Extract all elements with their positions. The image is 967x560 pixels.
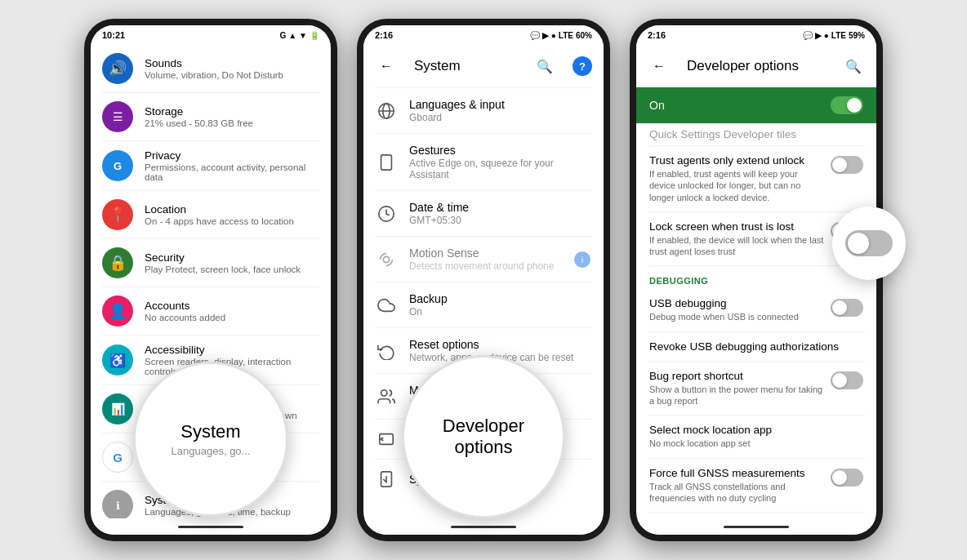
dev-item-trust-agents[interactable]: Trust agents only extend unlock If enabl… bbox=[636, 146, 876, 211]
help-button-2[interactable]: ? bbox=[573, 56, 592, 76]
accessibility-title: Accessibility bbox=[145, 344, 319, 356]
phone-2: 2:16 💬 ▶ ● LTE 60% ← System 🔍 ? bbox=[357, 19, 610, 541]
phone-3: 2:16 💬 ▶ ● LTE 59% ← Developer options 🔍… bbox=[630, 19, 883, 541]
location-title: Location bbox=[145, 203, 319, 216]
search-button-2[interactable]: 🔍 bbox=[533, 55, 556, 78]
back-button-3[interactable]: ← bbox=[648, 55, 671, 78]
dev-on-toggle[interactable] bbox=[831, 96, 863, 114]
dev-item-gnss[interactable]: Force full GNSS measurements Track all G… bbox=[636, 459, 876, 513]
bug-report-toggle[interactable] bbox=[831, 371, 863, 389]
security-title: Security bbox=[145, 251, 319, 264]
sounds-icon: 🔊 bbox=[102, 53, 133, 84]
developer-icon bbox=[377, 429, 396, 449]
system-item-languages[interactable]: Languages & input Gboard bbox=[363, 88, 604, 133]
trust-agents-text: Trust agents only extend unlock If enabl… bbox=[649, 154, 824, 203]
bug-report-knob bbox=[832, 373, 847, 388]
dev-item-quick-settings: Quick Settings Developer tiles bbox=[636, 123, 876, 145]
revoke-usb-text: Revoke USB debugging authorizations bbox=[649, 340, 863, 353]
dev-item-view-attr[interactable]: Enable view attribute inspection bbox=[636, 513, 876, 518]
big-toggle-switch[interactable] bbox=[845, 230, 893, 256]
cloud-icon bbox=[377, 296, 396, 315]
gnss-knob bbox=[832, 470, 847, 485]
mock-location-text: Select mock location app No mock locatio… bbox=[649, 424, 863, 449]
dev-item-revoke-usb[interactable]: Revoke USB debugging authorizations bbox=[636, 332, 876, 361]
status-icons-2: 💬 ▶ ● LTE 60% bbox=[530, 31, 592, 40]
privacy-title: Privacy bbox=[145, 149, 319, 162]
dev-options-list[interactable]: Quick Settings Developer tiles Trust age… bbox=[636, 123, 876, 518]
privacy-icon: G bbox=[102, 150, 133, 181]
phone-screen-3: 2:16 💬 ▶ ● LTE 59% ← Developer options 🔍… bbox=[636, 25, 876, 535]
gnss-sub: Track all GNSS constellations and freque… bbox=[649, 481, 824, 504]
system-item-datetime[interactable]: Date & time GMT+05:30 bbox=[363, 191, 604, 236]
bug-report-text: Bug report shortcut Show a button in the… bbox=[649, 370, 824, 407]
battery-2: 60% bbox=[576, 31, 592, 40]
system-icon: ℹ bbox=[102, 490, 133, 518]
status-icons-1: G ▲ ▼ 🔋 bbox=[279, 31, 319, 40]
system-item-gestures[interactable]: Gestures Active Edge on, squeeze for you… bbox=[363, 134, 604, 190]
motionsense-sub: Detects movement around phone bbox=[409, 260, 561, 272]
dev-item-mock-location[interactable]: Select mock location app No mock locatio… bbox=[636, 416, 876, 457]
settings-item-location[interactable]: 📍 Location On - 4 apps have access to lo… bbox=[91, 191, 331, 238]
search-button-3[interactable]: 🔍 bbox=[842, 55, 865, 78]
status-icons-3: 💬 ▶ ● LTE 59% bbox=[803, 31, 865, 40]
big-toggle-knob bbox=[848, 233, 869, 254]
location-sub: On - 4 apps have access to location bbox=[145, 216, 319, 226]
storage-sub: 21% used - 50.83 GB free bbox=[145, 118, 319, 128]
qs-title: Quick Settings Developer tiles bbox=[649, 128, 863, 140]
security-text: Security Play Protect, screen lock, face… bbox=[145, 251, 319, 274]
dev-item-usb-debug[interactable]: USB debugging Debug mode when USB is con… bbox=[636, 289, 876, 331]
lock-screen-sub: If enabled, the device will lock when th… bbox=[649, 234, 824, 258]
settings-item-privacy[interactable]: G Privacy Permissions, account activity,… bbox=[91, 141, 331, 190]
settings-item-accounts[interactable]: 👤 Accounts No accounts added bbox=[91, 287, 331, 335]
usb-debug-toggle-overlay[interactable] bbox=[832, 207, 906, 280]
battery-3: 59% bbox=[849, 31, 865, 40]
location-icon: 📍 bbox=[102, 199, 133, 230]
usb-debug-toggle[interactable] bbox=[831, 299, 863, 317]
gnss-toggle[interactable] bbox=[831, 469, 863, 487]
motionsense-title: Motion Sense bbox=[409, 247, 561, 260]
wifi-icon: ▼ bbox=[299, 31, 307, 40]
debugging-section-label: DEBUGGING bbox=[636, 266, 876, 289]
svg-rect-3 bbox=[381, 154, 392, 169]
system-item-backup[interactable]: Backup On bbox=[363, 282, 604, 327]
trust-agents-knob bbox=[832, 158, 847, 172]
nav-bar-3 bbox=[636, 518, 876, 535]
circle-sub-1: Languages, go... bbox=[172, 445, 251, 457]
qs-text: Quick Settings Developer tiles bbox=[649, 128, 863, 140]
update-icon bbox=[377, 469, 396, 489]
sounds-title: Sounds bbox=[145, 57, 319, 69]
gestures-icon bbox=[377, 153, 396, 172]
trust-agents-toggle[interactable] bbox=[831, 156, 863, 174]
settings-item-security[interactable]: 🔒 Security Play Protect, screen lock, fa… bbox=[91, 239, 331, 287]
system-item-motionsense[interactable]: Motion Sense Detects movement around pho… bbox=[363, 237, 604, 282]
bug-report-title: Bug report shortcut bbox=[649, 370, 824, 382]
signal-icon: ▲ bbox=[288, 31, 296, 40]
msg-icon: 💬 bbox=[530, 31, 540, 40]
lte-3: LTE bbox=[831, 31, 846, 40]
dev-on-label: On bbox=[649, 99, 665, 112]
gestures-text: Gestures Active Edge on, squeeze for you… bbox=[409, 144, 590, 180]
circle-title-2: Developer options bbox=[412, 416, 555, 459]
gestures-sub: Active Edge on, squeeze for your Assista… bbox=[409, 158, 590, 180]
sounds-sub: Volume, vibration, Do Not Disturb bbox=[145, 70, 319, 80]
mock-location-sub: No mock location app set bbox=[649, 438, 863, 449]
gestures-title: Gestures bbox=[409, 144, 590, 157]
gnss-title: Force full GNSS measurements bbox=[649, 467, 824, 479]
datetime-text: Date & time GMT+05:30 bbox=[409, 201, 590, 226]
settings-item-sounds[interactable]: 🔊 Sounds Volume, vibration, Do Not Distu… bbox=[91, 45, 331, 92]
phone-1: 10:21 G ▲ ▼ 🔋 🔊 Sounds Volume, vibration… bbox=[84, 19, 337, 541]
usb-debug-text: USB debugging Debug mode when USB is con… bbox=[649, 297, 824, 322]
dev-item-bug-report[interactable]: Bug report shortcut Show a button in the… bbox=[636, 362, 876, 416]
svg-point-6 bbox=[383, 256, 389, 262]
revoke-usb-title: Revoke USB debugging authorizations bbox=[649, 340, 863, 353]
google-icon: G bbox=[279, 31, 286, 40]
settings-item-storage[interactable]: ☰ Storage 21% used - 50.83 GB free bbox=[91, 93, 331, 140]
circle-title-1: System bbox=[172, 421, 251, 442]
back-button-2[interactable]: ← bbox=[375, 55, 398, 78]
battery-icon: 🔋 bbox=[310, 31, 319, 40]
datetime-sub: GMT+05:30 bbox=[409, 215, 590, 226]
people-icon bbox=[377, 387, 396, 407]
svg-point-7 bbox=[381, 389, 387, 395]
sounds-text: Sounds Volume, vibration, Do Not Disturb bbox=[145, 57, 319, 80]
globe-icon bbox=[377, 101, 396, 121]
